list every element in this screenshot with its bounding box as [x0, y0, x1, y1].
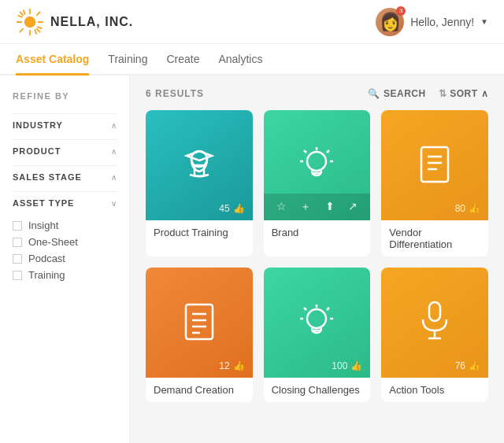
filter-product-header[interactable]: PRODUCT ∧: [13, 139, 117, 162]
checkbox-insight[interactable]: [13, 221, 22, 231]
content-area: 6 RESULTS 🔍 SEARCH ⇅ SORT ∧: [130, 76, 504, 443]
nav-asset-catalog[interactable]: Asset Catalog: [16, 45, 89, 76]
svg-line-10: [35, 29, 36, 33]
svg-rect-22: [421, 147, 448, 182]
mic-icon: [415, 299, 454, 346]
download-action[interactable]: ⬆: [325, 200, 335, 214]
nav-analytics[interactable]: Analytics: [218, 45, 262, 76]
add-action[interactable]: ＋: [300, 200, 311, 214]
card-vendor-diff[interactable]: 80 👍 Vendor Differentiation: [381, 110, 488, 257]
filter-asset-type-header[interactable]: ASSET TYPE ∨: [13, 191, 117, 214]
card-action-tools-title: Action Tools: [381, 378, 488, 402]
filter-option-onesheet-label: One-Sheet: [28, 236, 78, 248]
svg-rect-38: [429, 302, 440, 321]
filter-option-podcast-label: Podcast: [28, 253, 65, 264]
card-brand-hover-actions: ☆ ＋ ⬆ ↗: [264, 194, 371, 220]
sort-icon: ⇅: [439, 88, 447, 99]
card-brand[interactable]: ☆ ＋ ⬆ ↗ Brand: [264, 110, 371, 257]
card-closing-challenges-image: 100 👍: [264, 268, 371, 378]
search-icon: 🔍: [368, 88, 380, 99]
filter-product-arrow: ∧: [111, 147, 117, 156]
logo-icon: [16, 8, 44, 36]
refine-by-label: REFINE BY: [13, 91, 117, 101]
user-greeting: Hello, Jenny!: [410, 16, 474, 28]
svg-line-12: [38, 27, 42, 28]
filter-option-onesheet[interactable]: One-Sheet: [13, 234, 117, 250]
filter-option-training[interactable]: Training: [13, 267, 117, 283]
filter-asset-type: ASSET TYPE ∨ Insight One-Sheet Podcast: [13, 191, 117, 290]
card-product-training[interactable]: 45 👍 Product Training: [146, 110, 253, 257]
filter-sales-stage-header[interactable]: SALES STAGE ∧: [13, 165, 117, 188]
checkbox-onesheet[interactable]: [13, 238, 22, 247]
cards-grid: 45 👍 Product Training: [146, 110, 488, 402]
user-area[interactable]: 3 Hello, Jenny! ▼: [376, 8, 488, 36]
bookmark-action[interactable]: ☆: [276, 200, 287, 214]
svg-line-18: [304, 150, 306, 153]
filter-asset-type-arrow: ∨: [111, 199, 117, 208]
logo-text: NELLA, INC.: [50, 15, 133, 29]
document2-icon: [180, 301, 219, 345]
card-demand-creation-title: Demand Creation: [146, 378, 253, 402]
svg-line-5: [20, 12, 23, 15]
main-layout: REFINE BY INDUSTRY ∧ PRODUCT ∧ SALES STA…: [0, 76, 504, 443]
sort-arrow: ∧: [481, 88, 489, 99]
svg-point-15: [307, 152, 326, 171]
filter-sales-stage-arrow: ∧: [111, 173, 117, 182]
filter-industry-arrow: ∧: [111, 121, 117, 130]
filter-option-insight[interactable]: Insight: [13, 217, 117, 234]
filter-industry: INDUSTRY ∧: [13, 113, 117, 136]
checkbox-training[interactable]: [13, 271, 22, 280]
card-action-tools-image: 76 👍: [381, 268, 488, 378]
sort-button[interactable]: ⇅ SORT ∧: [439, 88, 488, 99]
card-action-tools[interactable]: 76 👍 Action Tools: [381, 268, 488, 402]
checkbox-podcast[interactable]: [13, 254, 22, 264]
svg-line-7: [37, 12, 40, 15]
filter-industry-header[interactable]: INDUSTRY ∧: [13, 113, 117, 136]
results-bar: 6 RESULTS 🔍 SEARCH ⇅ SORT ∧: [146, 88, 488, 99]
filter-sales-stage: SALES STAGE ∧: [13, 165, 117, 188]
thumbs-up-icon-4: 👍: [350, 360, 362, 371]
nav-training[interactable]: Training: [108, 45, 147, 76]
svg-line-11: [18, 15, 22, 17]
share-action[interactable]: ↗: [348, 200, 358, 214]
document-icon: [415, 144, 454, 187]
svg-line-8: [20, 28, 23, 31]
filter-industry-label: INDUSTRY: [13, 120, 63, 130]
main-nav: Asset Catalog Training Create Analytics: [0, 44, 504, 76]
card-brand-title: Brand: [264, 220, 371, 245]
filter-option-podcast[interactable]: Podcast: [13, 250, 117, 267]
search-button[interactable]: 🔍 SEARCH: [368, 88, 425, 99]
card-demand-creation-count: 12 👍: [219, 360, 244, 371]
filter-asset-type-label: ASSET TYPE: [13, 198, 74, 208]
card-demand-creation[interactable]: 12 👍 Demand Creation: [146, 268, 253, 402]
filter-sales-stage-label: SALES STAGE: [13, 172, 82, 182]
svg-point-31: [307, 309, 326, 328]
svg-line-34: [304, 308, 306, 310]
filter-product-label: PRODUCT: [13, 146, 61, 156]
card-product-training-title: Product Training: [146, 220, 253, 245]
notification-badge: 3: [396, 6, 406, 16]
card-closing-challenges[interactable]: 100 👍 Closing Challenges: [264, 268, 371, 402]
card-product-training-count: 45 👍: [219, 203, 244, 214]
avatar-wrapper: 3: [376, 8, 404, 36]
nav-create[interactable]: Create: [166, 45, 199, 76]
svg-point-0: [24, 16, 35, 27]
card-vendor-diff-title: Vendor Differentiation: [381, 220, 488, 257]
card-closing-challenges-count: 100 👍: [332, 360, 362, 371]
sidebar: REFINE BY INDUSTRY ∧ PRODUCT ∧ SALES STA…: [0, 76, 130, 443]
filter-product: PRODUCT ∧: [13, 139, 117, 162]
graduate-icon: [176, 142, 223, 189]
search-label: SEARCH: [384, 88, 426, 99]
svg-line-6: [37, 28, 40, 31]
results-actions: 🔍 SEARCH ⇅ SORT ∧: [368, 88, 488, 99]
card-vendor-diff-count: 80 👍: [455, 203, 480, 214]
svg-line-9: [24, 10, 25, 14]
user-dropdown-arrow[interactable]: ▼: [480, 17, 488, 26]
thumbs-up-icon-5: 👍: [469, 360, 480, 371]
filter-option-insight-label: Insight: [28, 220, 58, 231]
card-brand-image: ☆ ＋ ⬆ ↗: [264, 110, 371, 220]
lightbulb-icon: [295, 144, 339, 187]
card-closing-challenges-title: Closing Challenges: [264, 378, 371, 402]
thumbs-up-icon: 👍: [233, 203, 245, 214]
header: NELLA, INC. 3 Hello, Jenny! ▼: [0, 0, 504, 44]
